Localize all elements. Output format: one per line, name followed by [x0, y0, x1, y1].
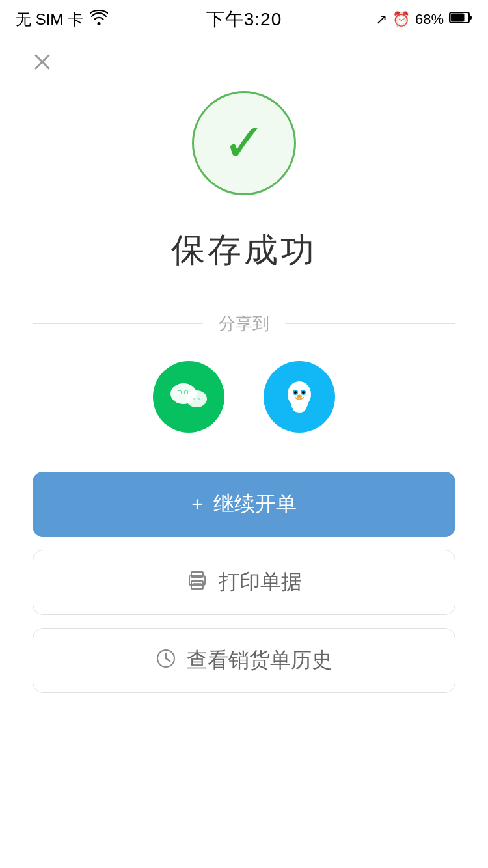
carrier-text: 无 SIM 卡	[16, 9, 83, 30]
battery-text: 68%	[415, 11, 444, 28]
wechat-share-button[interactable]	[153, 361, 224, 433]
history-label: 查看销货单历史	[187, 646, 332, 675]
svg-point-12	[193, 398, 195, 400]
status-bar: 无 SIM 卡 下午3:20 ↗ ⏰ 68%	[0, 0, 488, 39]
plus-icon: +	[191, 493, 203, 515]
svg-point-20	[294, 391, 297, 394]
main-content: ✓ 保存成功 分享到	[0, 39, 488, 693]
continue-order-button[interactable]: + 继续开单	[33, 472, 455, 537]
svg-point-10	[178, 390, 181, 394]
status-time: 下午3:20	[206, 7, 282, 32]
success-circle: ✓	[192, 91, 296, 195]
history-button[interactable]: 查看销货单历史	[33, 628, 455, 693]
share-icons-container	[153, 361, 335, 433]
location-icon: ↗	[375, 11, 387, 28]
battery-icon	[449, 11, 472, 28]
qq-share-button[interactable]	[264, 361, 335, 433]
print-label: 打印单据	[219, 568, 302, 597]
svg-point-17	[301, 398, 308, 409]
close-button[interactable]	[26, 46, 59, 78]
share-divider: 分享到	[0, 312, 488, 335]
divider-left	[33, 323, 203, 324]
svg-rect-2	[451, 14, 465, 22]
success-title: 保存成功	[171, 228, 317, 273]
divider-right	[285, 323, 455, 324]
share-section: 分享到	[0, 312, 488, 433]
continue-order-label: 继续开单	[213, 490, 297, 519]
checkmark-icon: ✓	[223, 117, 266, 169]
print-button[interactable]: 打印单据	[33, 550, 455, 615]
svg-point-21	[302, 391, 305, 394]
alarm-icon: ⏰	[392, 11, 410, 28]
svg-point-11	[184, 390, 187, 394]
share-label: 分享到	[203, 312, 285, 335]
status-left: 无 SIM 卡	[16, 9, 108, 30]
svg-point-6	[186, 390, 207, 407]
status-right: ↗ ⏰ 68%	[375, 11, 472, 28]
clock-icon	[156, 648, 176, 673]
wifi-icon	[90, 10, 108, 29]
buttons-section: + 继续开单 打印单据	[0, 472, 488, 693]
svg-rect-1	[469, 16, 472, 20]
svg-point-16	[291, 398, 297, 409]
svg-point-22	[297, 394, 302, 398]
printer-icon	[186, 571, 208, 595]
svg-line-30	[166, 658, 170, 661]
svg-point-13	[198, 398, 200, 400]
